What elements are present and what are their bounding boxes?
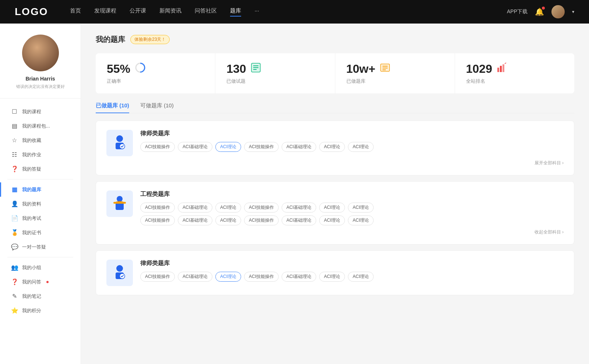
tag-item[interactable]: ACI理论 xyxy=(215,203,241,213)
sidebar-item-course[interactable]: ☐ 我的课程 xyxy=(0,104,81,119)
sidebar-item-profile[interactable]: 👤 我的资料 xyxy=(0,197,81,211)
sidebar-item-group[interactable]: 👥 我的小组 xyxy=(0,260,81,275)
tab-available-banks[interactable]: 可做题库 (10) xyxy=(140,102,174,113)
expand-button[interactable]: 展开全部科目 › xyxy=(535,160,564,165)
sidebar-item-label: 我的考试 xyxy=(22,215,41,222)
sidebar-item-qa[interactable]: ❓ 我的答疑 xyxy=(0,162,81,176)
notification-dot xyxy=(542,7,545,10)
notification-bell[interactable]: 🔔 xyxy=(535,7,544,16)
qbank-footer: 收起全部科目 › xyxy=(106,228,564,235)
qbank-header: 律师类题库 ACI技能操作 ACI基础理论 ACI理论 ACI技能操作 ACI基… xyxy=(106,130,564,156)
qbank-info: 律师类题库 ACI技能操作 ACI基础理论 ACI理论 ACI技能操作 ACI基… xyxy=(140,260,564,282)
qbank-info: 工程类题库 ACI技能操作 ACI基础理论 ACI理论 ACI技能操作 ACI基… xyxy=(140,190,564,225)
tag-item[interactable]: ACI技能操作 xyxy=(140,203,175,213)
tag-item[interactable]: ACI理论 xyxy=(348,215,374,225)
tag-item[interactable]: ACI理论 xyxy=(215,215,241,225)
user-dropdown-arrow[interactable]: ▾ xyxy=(572,9,574,14)
qbank-card-engineer1: 工程类题库 ACI技能操作 ACI基础理论 ACI理论 ACI技能操作 ACI基… xyxy=(96,181,574,245)
sidebar-item-certificate[interactable]: 🏅 我的证书 xyxy=(0,225,81,240)
qbank-name: 律师类题库 xyxy=(140,260,564,267)
logo: LOGO xyxy=(15,6,48,18)
sidebar-item-course-package[interactable]: ▤ 我的课程包... xyxy=(0,119,81,133)
tag-item[interactable]: ACI理论 xyxy=(348,203,374,213)
tag-item[interactable]: ACI基础理论 xyxy=(282,203,316,213)
sidebar-item-label: 我的积分 xyxy=(22,307,41,314)
unread-dot xyxy=(46,281,49,283)
sidebar-item-points[interactable]: ⭐ 我的积分 xyxy=(0,303,81,318)
engineer-svg-icon xyxy=(110,195,129,213)
tab-done-banks[interactable]: 已做题库 (10) xyxy=(96,102,129,113)
sidebar-item-one-on-one[interactable]: 💬 一对一答疑 xyxy=(0,240,81,254)
qbank-tags-row2: ACI技能操作 ACI基础理论 ACI理论 ACI技能操作 ACI基础理论 AC… xyxy=(140,215,564,225)
tag-item[interactable]: ACI技能操作 xyxy=(140,142,175,152)
tabs-row: 已做题库 (10) 可做题库 (10) xyxy=(96,102,574,113)
tag-item-active[interactable]: ACI理论 xyxy=(215,142,241,152)
tag-item[interactable]: ACI基础理论 xyxy=(178,203,212,213)
tag-item[interactable]: ACI技能操作 xyxy=(244,215,279,225)
sidebar-item-notes[interactable]: ✎ 我的笔记 xyxy=(0,289,81,303)
tag-item[interactable]: ACI理论 xyxy=(319,272,345,282)
one-on-one-icon: 💬 xyxy=(11,243,18,250)
done-questions-icon xyxy=(251,63,261,75)
tag-item[interactable]: ACI技能操作 xyxy=(244,203,279,213)
tag-item[interactable]: ACI理论 xyxy=(319,203,345,213)
nav-question-bank[interactable]: 题库 xyxy=(230,7,241,17)
profile-motto: 错误的决定比没有决定要好 xyxy=(16,84,65,89)
stat-done-questions: 130 已做试题 xyxy=(215,53,335,93)
qbank-tags: ACI技能操作 ACI基础理论 ACI理论 ACI技能操作 ACI基础理论 AC… xyxy=(140,272,564,282)
tag-item[interactable]: ACI基础理论 xyxy=(282,272,316,282)
app-download-button[interactable]: APP下载 xyxy=(507,8,528,15)
nav-qa[interactable]: 问答社区 xyxy=(195,7,217,17)
sidebar-item-label: 一对一答疑 xyxy=(22,244,46,250)
notes-icon: ✎ xyxy=(11,293,18,300)
svg-rect-21 xyxy=(113,202,126,204)
sidebar-item-favorites[interactable]: ☆ 我的收藏 xyxy=(0,133,81,147)
sidebar-item-exam[interactable]: 📄 我的考试 xyxy=(0,211,81,225)
nav-news[interactable]: 新闻资讯 xyxy=(159,7,181,17)
sidebar-item-my-qa[interactable]: ❓ 我的问答 xyxy=(0,275,81,289)
tag-item[interactable]: ACI技能操作 xyxy=(140,215,175,225)
nav-home[interactable]: 首页 xyxy=(70,7,81,17)
tag-item[interactable]: ACI基础理论 xyxy=(178,215,212,225)
sidebar-item-homework[interactable]: ☷ 我的作业 xyxy=(0,147,81,162)
user-avatar[interactable] xyxy=(551,5,565,18)
svg-rect-13 xyxy=(500,66,502,72)
navbar: LOGO 首页 发现课程 公开课 新闻资讯 问答社区 题库 ··· APP下载 … xyxy=(0,0,589,24)
tag-item[interactable]: ACI理论 xyxy=(348,272,374,282)
tag-item[interactable]: ACI基础理论 xyxy=(178,272,212,282)
tag-item[interactable]: ACI基础理论 xyxy=(178,142,212,152)
qbank-card-lawyer2: 律师类题库 ACI技能操作 ACI基础理论 ACI理论 ACI技能操作 ACI基… xyxy=(96,250,574,295)
tag-item[interactable]: ACI理论 xyxy=(319,215,345,225)
tag-item-active[interactable]: ACI理论 xyxy=(215,272,241,282)
qbank-header: 律师类题库 ACI技能操作 ACI基础理论 ACI理论 ACI技能操作 ACI基… xyxy=(106,260,564,286)
qa-icon: ❓ xyxy=(11,165,18,172)
stat-label-ranking: 全站排名 xyxy=(466,78,563,85)
sidebar-item-label: 我的课程包... xyxy=(22,123,50,129)
stat-top: 10w+ xyxy=(346,62,444,76)
tag-item[interactable]: ACI技能操作 xyxy=(244,272,279,282)
tag-item[interactable]: ACI理论 xyxy=(348,142,374,152)
favorites-icon: ☆ xyxy=(11,137,18,144)
course-package-icon: ▤ xyxy=(11,122,18,129)
svg-point-22 xyxy=(116,265,123,272)
profile-icon: 👤 xyxy=(11,200,18,207)
nav-open-course[interactable]: 公开课 xyxy=(130,7,146,17)
sidebar-item-question-bank[interactable]: ▦ 我的题库 xyxy=(0,182,81,197)
points-icon: ⭐ xyxy=(11,307,18,314)
collapse-button[interactable]: 收起全部科目 › xyxy=(535,229,564,235)
stat-accuracy: 55% 正确率 xyxy=(96,53,215,93)
tag-item[interactable]: ACI理论 xyxy=(319,142,345,152)
nav-more[interactable]: ··· xyxy=(254,7,259,17)
ranking-icon xyxy=(497,63,507,75)
sidebar-item-label: 我的题库 xyxy=(22,186,41,193)
sidebar-divider-2 xyxy=(7,257,73,257)
tag-item[interactable]: ACI技能操作 xyxy=(244,142,279,152)
svg-line-15 xyxy=(505,63,506,64)
qbank-name: 工程类题库 xyxy=(140,190,564,198)
tag-item[interactable]: ACI基础理论 xyxy=(282,215,316,225)
stat-ranking: 1029 全站排名 xyxy=(455,53,574,93)
qbank-icon-lawyer xyxy=(106,130,133,156)
nav-courses[interactable]: 发现课程 xyxy=(94,7,116,17)
tag-item[interactable]: ACI技能操作 xyxy=(140,272,175,282)
tag-item[interactable]: ACI基础理论 xyxy=(282,142,316,152)
